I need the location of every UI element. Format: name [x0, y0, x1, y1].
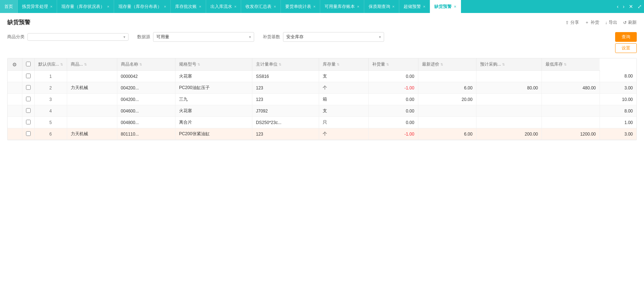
row-spec-1: 123 — [252, 82, 319, 94]
row-stock-2: 0.00 — [369, 94, 418, 105]
sort-icon-stock: ⇅ — [337, 63, 340, 66]
sort-icon-replenish: ⇅ — [386, 63, 389, 66]
row-spec-0: SS816 — [252, 71, 319, 82]
filter-category-label: 商品分类 — [7, 34, 25, 40]
filter-replenish-label: 补货基数 — [263, 34, 280, 40]
action-replenish[interactable]: ＋ 补货 — [585, 19, 599, 26]
row-num-2: 3 — [34, 94, 67, 105]
row-checkbox-5[interactable] — [22, 128, 34, 140]
tab-recv-summary[interactable]: 收发存汇总表 × — [241, 0, 280, 13]
tab-close-inventory-dist[interactable]: × — [164, 4, 166, 9]
tab-close-exception[interactable]: × — [50, 4, 52, 9]
th-product-code[interactable]: 商品... ⇅ — [67, 58, 117, 71]
row-latest-price-1: 80.00 — [476, 82, 541, 94]
tab-close-shortage[interactable]: × — [454, 4, 456, 9]
th-product-name[interactable]: 商品名称 ⇅ — [117, 58, 175, 71]
tab-expand[interactable]: ⤢ — [635, 0, 644, 13]
row-estimated-purchase-2 — [542, 94, 600, 105]
tab-close-inout-flow[interactable]: × — [234, 4, 236, 9]
filter-category-select[interactable]: ▾ — [27, 33, 129, 41]
row-product-name-3: 火花塞 — [175, 105, 252, 117]
th-latest-price[interactable]: 最新进价 ⇅ — [418, 58, 476, 71]
tab-close-available-ledger[interactable]: × — [357, 4, 359, 9]
row-estimated-purchase-4 — [542, 117, 600, 128]
row-checkbox-0[interactable] — [22, 71, 34, 82]
query-button[interactable]: 查询 — [615, 32, 637, 42]
filter-datasource-group: 数据源 可用量 ▾ — [137, 32, 254, 42]
filter-datasource-select[interactable]: 可用量 ▾ — [153, 32, 254, 42]
th-replenish[interactable]: 补货量 ⇅ — [369, 58, 418, 71]
row-checkbox-2[interactable] — [22, 94, 34, 105]
th-stock[interactable]: 库存量 ⇅ — [319, 58, 369, 71]
row-stock-0: 0.00 — [369, 71, 418, 82]
tab-close-batch[interactable]: × — [199, 4, 201, 9]
th-estimated-purchase[interactable]: 预计采购... ⇅ — [476, 58, 541, 71]
row-unit-1: 个 — [319, 82, 369, 94]
tab-inout-flow[interactable]: 出入库流水 × — [206, 0, 241, 13]
th-settings[interactable]: ⚙ — [8, 58, 22, 71]
row-product-code-3: 004600... — [117, 105, 175, 117]
row-num-0: 1 — [34, 71, 67, 82]
row-product-code-2: 004200... — [117, 94, 175, 105]
action-export[interactable]: ↓ 导出 — [605, 19, 617, 26]
tab-scroll-left[interactable]: ‹ — [615, 0, 621, 13]
row-checkbox-4[interactable] — [22, 117, 34, 128]
th-min-stock[interactable]: 最低库存 ⇅ — [542, 58, 600, 71]
select-all-checkbox[interactable] — [26, 62, 31, 66]
row-latest-price-0 — [476, 71, 541, 82]
row-settings-1 — [8, 82, 22, 94]
table-body: 1 0000042 火花塞 SS816 支 0.00 8.00 2力天机械 00… — [8, 71, 636, 140]
data-table: ⚙ 默认供应... ⇅ 商品... ⇅ — [8, 58, 636, 140]
row-estimated-purchase-1: 480.00 — [542, 82, 600, 94]
row-product-name-5: PC200张紧油缸 — [175, 128, 252, 140]
filter-replenish-select[interactable]: 安全库存 ▾ — [283, 32, 384, 42]
tab-shortage[interactable]: 缺货预警 × — [430, 0, 461, 13]
column-settings-icon[interactable]: ⚙ — [12, 62, 17, 67]
th-supplier[interactable]: 默认供应... ⇅ — [34, 58, 67, 71]
th-checkbox[interactable] — [22, 58, 34, 71]
row-num-5: 6 — [34, 128, 67, 140]
tab-home[interactable]: 首页 — [0, 0, 18, 13]
row-supplier-3 — [67, 105, 117, 117]
table-row: 4 004600... 火花塞 J7092 支 0.00 8.00 — [8, 105, 636, 117]
action-refresh[interactable]: ↺ 刷新 — [623, 19, 637, 26]
tab-close-expiry[interactable]: × — [392, 4, 395, 9]
main-content: 缺货预警 ⇧ 分享 ＋ 补货 ↓ 导出 ↺ 刷新 商品分类 — [0, 13, 644, 287]
row-product-code-1: 004200... — [117, 82, 175, 94]
row-checkbox-3[interactable] — [22, 105, 34, 117]
row-min-stock-5: 3.00 — [600, 128, 636, 140]
tab-order-stats[interactable]: 要货单统计表 × — [281, 0, 320, 13]
th-unit[interactable]: 主计量单位 ⇅ — [252, 58, 319, 71]
tab-overstock[interactable]: 超储预警 × — [399, 0, 430, 13]
row-settings-4 — [8, 117, 22, 128]
th-spec[interactable]: 规格型号 ⇅ — [175, 58, 252, 71]
tab-batch[interactable]: 库存批次账 × — [171, 0, 206, 13]
tab-exception[interactable]: 拣货异常处理 × — [18, 0, 57, 13]
tab-close-overstock[interactable]: × — [423, 4, 425, 9]
table-row: 2力天机械 004200... PC200油缸压子 123 个 -1.00 6.… — [8, 82, 636, 94]
settings-button[interactable]: 设置 — [615, 43, 637, 53]
row-stock-4: 0.00 — [369, 117, 418, 128]
sort-icon-supplier: ⇅ — [60, 63, 63, 66]
action-share[interactable]: ⇧ 分享 — [565, 19, 579, 26]
refresh-icon: ↺ — [623, 20, 627, 25]
row-settings-5 — [8, 128, 22, 140]
tab-close-order-stats[interactable]: × — [313, 4, 316, 9]
row-checkbox-1[interactable] — [22, 82, 34, 94]
row-num-4: 5 — [34, 117, 67, 128]
header-actions: ⇧ 分享 ＋ 补货 ↓ 导出 ↺ 刷新 — [565, 19, 637, 26]
replenish-icon: ＋ — [585, 19, 589, 26]
tab-inventory-dist[interactable]: 现存量（库存分布表） × — [114, 0, 171, 13]
tab-close-inventory-status[interactable]: × — [107, 4, 109, 9]
sort-icon-product-name: ⇅ — [139, 63, 142, 66]
row-latest-price-4 — [476, 117, 541, 128]
tab-scroll-right[interactable]: › — [621, 0, 627, 13]
tab-close-recv-summary[interactable]: × — [274, 4, 276, 9]
chevron-down-icon-2: ▾ — [249, 35, 251, 39]
tab-expiry[interactable]: 保质期查询 × — [364, 0, 399, 13]
tab-available-ledger[interactable]: 可用量库存账本 × — [320, 0, 364, 13]
row-supplier-5: 力天机械 — [67, 128, 117, 140]
tab-close-all[interactable]: ✕ — [627, 0, 635, 13]
tab-inventory-status[interactable]: 现存量（库存状况表） × — [57, 0, 114, 13]
table-row: 6力天机械 801110... PC200张紧油缸 123 个 -1.00 6.… — [8, 128, 636, 140]
